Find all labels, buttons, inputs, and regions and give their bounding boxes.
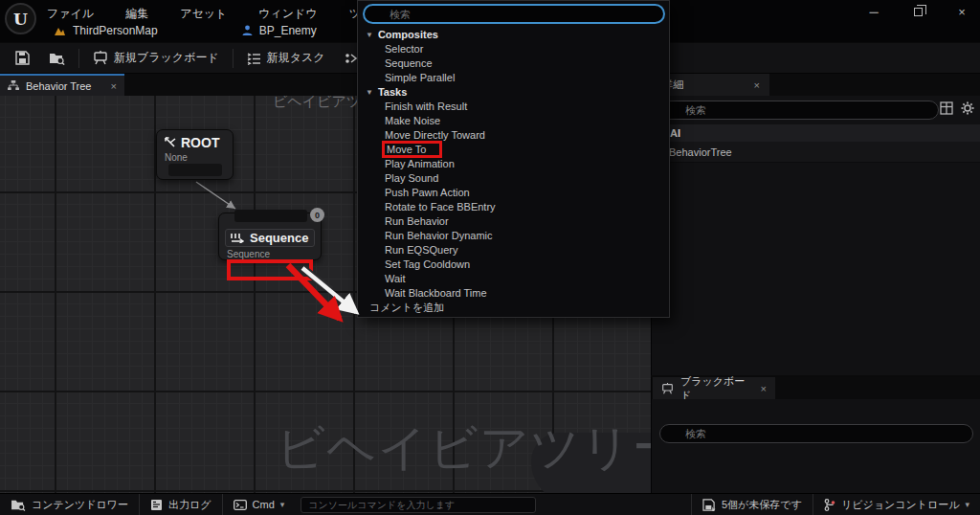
sequence-pin-annotation-box	[227, 259, 313, 280]
save-button[interactable]	[6, 43, 39, 73]
save-icon	[15, 51, 30, 65]
menu-item-sequence[interactable]: Sequence	[358, 56, 669, 71]
menu-item-make-noise[interactable]: Make Noise	[358, 114, 669, 128]
new-task-button[interactable]: 新規タスク	[237, 43, 335, 73]
menu-item-simple-parallel[interactable]: Simple Parallel	[358, 71, 669, 85]
root-icon	[165, 137, 176, 148]
node-context-menu: ▼Composites Selector Sequence Simple Par…	[357, 0, 670, 318]
menu-item-rotate-to-face-bbentry[interactable]: Rotate to Face BBEntry	[358, 200, 669, 214]
unsaved-save-icon	[702, 499, 716, 511]
sequence-order-badge: 0	[310, 208, 324, 222]
chevron-down-icon: ▾	[965, 500, 969, 509]
chevron-down-icon: ▾	[280, 500, 285, 509]
restore-icon	[914, 8, 923, 16]
minimize-button[interactable]: ─	[863, 2, 884, 21]
blackboard-search-input[interactable]	[659, 424, 973, 443]
menu-item-run-behavior-dynamic[interactable]: Run Behavior Dynamic	[358, 229, 669, 243]
sequence-input-pin[interactable]	[234, 210, 307, 222]
menu-item-run-eqsquery[interactable]: Run EQSQuery	[358, 243, 669, 258]
blackboard-panel	[651, 399, 980, 493]
statusbar-right-group: 5個が未保存です リビジョンコントロール ▾	[691, 494, 980, 515]
content-drawer-button[interactable]: コンテンツドロワー	[0, 494, 139, 515]
details-search-input[interactable]	[659, 101, 939, 120]
root-node-title: ROOT	[165, 135, 225, 150]
blackboard-tab-icon	[661, 383, 674, 394]
gear-icon[interactable]	[961, 101, 974, 115]
behavior-tree-asset-icon	[8, 80, 19, 91]
graph-watermark: ビヘイビアツリー	[276, 415, 651, 481]
output-log-icon	[150, 499, 163, 511]
task-list-icon	[247, 52, 261, 65]
menu-item-move-to[interactable]: Move To	[358, 143, 669, 157]
tab-details[interactable]: 詳細 ×	[653, 74, 769, 96]
toolbar-separator	[233, 49, 234, 68]
tab-blackboard[interactable]: ブラックボード ×	[653, 377, 775, 399]
menu-item-play-sound[interactable]: Play Sound	[358, 171, 669, 186]
browse-folder-icon	[49, 51, 65, 65]
menu-item-add-comment[interactable]: コメントを追加	[358, 301, 669, 315]
move-to-annotation-box: Move To	[385, 144, 439, 155]
status-bar: コンテンツドロワー 出力ログ Cmd ▾ 5個が未保存です	[0, 493, 980, 515]
asset-tab-row: ThirdPersonMap BP_Enemy	[54, 24, 317, 37]
details-row-behaviortree[interactable]: BehaviorTree	[653, 142, 980, 163]
root-output-pin[interactable]	[168, 164, 222, 176]
window-controls: ─ ×	[863, 2, 972, 21]
unreal-logo-icon: U	[5, 3, 36, 34]
tab-behavior-tree[interactable]: Behavior Tree ×	[0, 74, 124, 96]
revision-control-button[interactable]: リビジョンコントロール ▾	[813, 494, 980, 515]
terminal-icon	[234, 500, 247, 510]
menu-asset[interactable]: アセット	[177, 4, 230, 24]
menu-edit[interactable]: 編集	[122, 4, 151, 24]
sequence-node-subtitle: Sequence	[227, 249, 315, 259]
blackboard-icon	[93, 51, 108, 65]
close-tab-icon[interactable]: ×	[761, 383, 767, 394]
menu-item-push-pawn-action[interactable]: Push Pawn Action	[358, 186, 669, 200]
tab-bp-enemy[interactable]: BP_Enemy	[242, 24, 317, 37]
details-panel-icons	[940, 101, 974, 115]
decorator-icon	[345, 52, 358, 65]
close-tab-icon[interactable]: ×	[754, 79, 760, 91]
property-matrix-icon[interactable]	[940, 101, 953, 115]
cmd-selector[interactable]: Cmd ▾	[223, 494, 296, 515]
blueprint-actor-icon	[242, 25, 253, 36]
menu-window[interactable]: ウィンドウ	[256, 4, 320, 24]
menu-section-tasks[interactable]: ▼Tasks	[358, 85, 669, 100]
menu-file[interactable]: ファイル	[44, 4, 97, 24]
context-menu-list: ▼Composites Selector Sequence Simple Par…	[358, 28, 669, 315]
menu-item-move-directly-toward[interactable]: Move Directly Toward	[358, 128, 669, 143]
menu-item-run-behavior[interactable]: Run Behavior	[358, 214, 669, 229]
menu-section-composites[interactable]: ▼Composites	[358, 28, 669, 42]
chevron-down-icon: ▼	[366, 28, 373, 42]
unsaved-assets-button[interactable]: 5個が未保存です	[692, 494, 813, 515]
unreal-editor-window: U ファイル 編集 アセット ウィンドウ ツール ヘルプ ThirdPerson…	[0, 0, 980, 515]
menu-item-wait[interactable]: Wait	[358, 272, 669, 286]
content-drawer-icon	[11, 499, 26, 511]
level-icon	[54, 26, 66, 36]
sequence-node[interactable]: 0 Sequence Sequence	[218, 213, 322, 260]
menu-item-play-animation[interactable]: Play Animation	[358, 157, 669, 171]
tab-thirdpersonmap[interactable]: ThirdPersonMap	[54, 24, 158, 37]
sequence-icon	[231, 233, 245, 243]
menu-item-finish-with-result[interactable]: Finish with Result	[358, 100, 669, 114]
browse-asset-button[interactable]	[39, 43, 75, 73]
revision-branch-icon	[824, 499, 835, 511]
menu-item-set-tag-cooldown[interactable]: Set Tag Cooldown	[358, 258, 669, 272]
root-node-subtitle: None	[165, 152, 225, 163]
restore-button[interactable]	[907, 2, 928, 21]
details-panel: AI BehaviorTree	[651, 96, 980, 375]
sequence-node-title: Sequence	[225, 229, 315, 247]
context-menu-search-input[interactable]	[363, 4, 665, 24]
output-log-button[interactable]: 出力ログ	[140, 494, 222, 515]
details-category-ai[interactable]: AI	[653, 124, 980, 142]
close-button[interactable]: ×	[951, 2, 972, 21]
new-blackboard-button[interactable]: 新規ブラックボード	[83, 43, 229, 73]
console-command-input[interactable]	[301, 497, 536, 513]
chevron-down-icon: ▼	[366, 85, 373, 100]
menu-item-selector[interactable]: Selector	[358, 42, 669, 56]
toolbar-separator	[78, 49, 79, 68]
root-node[interactable]: ROOT None	[156, 129, 234, 180]
close-tab-icon[interactable]: ×	[111, 80, 117, 92]
menu-item-wait-blackboard-time[interactable]: Wait Blackboard Time	[358, 286, 669, 301]
